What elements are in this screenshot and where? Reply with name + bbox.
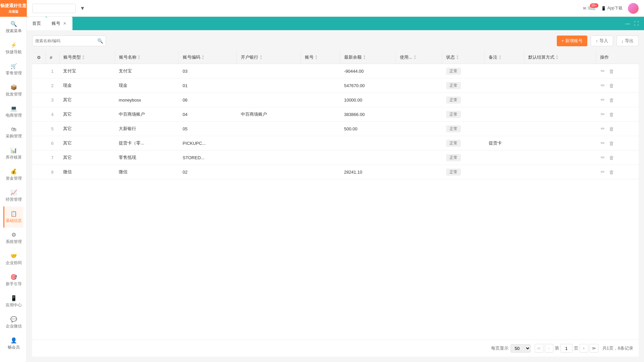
app-download-button[interactable]: 📱 App下载 [601,5,623,11]
last-page-button[interactable]: ≫ [590,344,598,353]
row-settlement-7 [524,165,596,179]
inventory-icon: 📊 [6,147,22,154]
th-type[interactable]: 账号类型▲▼ [59,51,115,64]
row-index-0: 1 [46,64,59,78]
sidebar-item-appcenter[interactable]: 📱 应用中心 [3,291,23,312]
th-balance[interactable]: 最新余额▲▼ [340,51,396,64]
th-remark[interactable]: 备注▲▼ [485,51,524,64]
th-bank[interactable]: 开户银行▲▼ [237,51,301,64]
sidebar-label-basic: 基础信息 [6,218,22,223]
row-actions-7: ✏ 🗑 [596,165,639,179]
app-download-label: App下载 [607,5,623,11]
operation-icon: 📈 [6,189,22,196]
edit-button-4[interactable]: ✏ [600,125,606,132]
delete-button-2[interactable]: 🗑 [608,97,615,104]
tab-minimize-button[interactable]: — [624,19,631,27]
sidebar-item-wholesale[interactable]: 📦 批发管理 [3,80,23,101]
sidebar-item-system[interactable]: ⚙ 系统管理 [3,228,23,249]
edit-button-3[interactable]: ✏ [600,111,606,118]
delete-button-0[interactable]: 🗑 [608,68,615,75]
tab-account[interactable]: 账号 ✕ [46,17,72,30]
row-type-5: 其它 [59,136,115,150]
search-wrap: 🔍 [32,36,106,46]
row-bank-0 [237,64,301,78]
delete-button-1[interactable]: 🗑 [608,82,615,89]
accounts-table: ⚙ # 账号类型▲▼ 账号名称▲▼ 账号编码▲▼ 开户银行▲▼ 账号▲▼ 最新余… [32,51,639,179]
th-name[interactable]: 账号名称▲▼ [115,51,179,64]
tab-controls: — ⛶ [624,19,644,27]
th-settings[interactable]: ⚙ [32,51,46,64]
header-left: ▼ [32,4,85,13]
next-page-button[interactable]: › [580,344,588,353]
agreement-icon: 🤝 [6,253,22,259]
top-search-input[interactable] [32,4,76,13]
tab-close-button[interactable]: ✕ [62,20,67,26]
capital-icon: 💰 [6,168,22,175]
page-size-select[interactable]: 50 20 100 [511,344,531,353]
prev-page-button[interactable]: ‹ [545,344,553,353]
row-remark-4 [485,122,524,136]
row-actions-6: ✏ 🗑 [596,150,639,165]
row-actions-1: ✏ 🗑 [596,78,639,93]
tab-account-label: 账号 [52,20,60,26]
edit-button-2[interactable]: ✏ [600,96,606,104]
sidebar-item-inventory[interactable]: 📊 库存核算 [3,143,23,164]
tab-bar: 首页 账号 ✕ — ⛶ [27,17,644,30]
sidebar-item-retail[interactable]: 🛒 零售管理 [3,59,23,80]
sidebar-item-search[interactable]: 🔍 搜索菜单 [3,17,23,38]
row-settings-1 [32,78,46,93]
th-code[interactable]: 账号编码▲▼ [179,51,237,64]
delete-button-4[interactable]: 🗑 [608,125,615,132]
row-code-2: 06 [179,93,237,107]
sidebar-item-basic[interactable]: 📋 基础信息 [3,206,23,228]
page-number-input[interactable] [560,344,573,353]
sidebar-item-capital[interactable]: 💰 资金管理 [3,164,23,185]
delete-button-7[interactable]: 🗑 [608,169,615,176]
edit-button-7[interactable]: ✏ [600,168,606,176]
tab-home[interactable]: 首页 [27,17,46,30]
export-button[interactable]: ↓ 导出 [616,36,639,46]
guide-icon: 🎯 [6,274,22,280]
th-account[interactable]: 账号▲▼ [301,51,340,64]
sidebar-item-wechat[interactable]: 💬 企业微信 [3,312,23,333]
th-settlement[interactable]: 默认结算方式▲▼ [524,51,596,64]
sidebar-item-purchase[interactable]: 🛍 采购管理 [3,122,23,143]
tab-maximize-button[interactable]: ⛶ [633,19,640,27]
th-status[interactable]: 状态▲▼ [442,51,485,64]
delete-button-5[interactable]: 🗑 [608,140,615,147]
import-button[interactable]: ↑ 导入 [591,36,613,46]
search-input[interactable] [35,39,97,43]
sidebar-item-guide[interactable]: 🎯 新手引导 [3,270,23,291]
page-nav: ≪ ‹ 第 页 › ≫ [535,344,598,353]
sidebar-item-operation[interactable]: 📈 经营管理 [3,185,23,206]
row-status-6: 正常 [442,150,485,165]
add-account-button[interactable]: + 新增账号 [557,36,587,46]
message-badge: 99+ [590,3,598,8]
sidebar-item-agreement[interactable]: 🤝 企业协同 [3,249,23,270]
edit-button-1[interactable]: ✏ [600,82,606,89]
message-button[interactable]: ✉ 消息 99+ [583,5,596,11]
first-page-button[interactable]: ≪ [535,344,543,353]
delete-button-3[interactable]: 🗑 [608,111,615,118]
user-avatar[interactable] [628,3,639,14]
row-settings-0 [32,64,46,78]
row-settings-2 [32,93,46,107]
table-row: 6 其它 提货卡（零... PICKUPC... 正常 提货卡 ✏ 🗑 [32,136,639,150]
row-bank-2 [237,93,301,107]
sidebar-item-ecommerce[interactable]: 💻 电商管理 [3,101,23,122]
sidebar-label-guide: 新手引导 [6,282,22,286]
row-code-7: 02 [179,165,237,179]
row-balance-0: -90444.00 [340,64,396,78]
edit-button-6[interactable]: ✏ [600,154,606,161]
dropdown-button[interactable]: ▼ [80,5,85,11]
row-balance-3: 383866.00 [340,107,396,122]
edit-button-0[interactable]: ✏ [600,67,606,75]
row-settlement-5 [524,136,596,150]
edit-button-5[interactable]: ✏ [600,139,606,147]
row-balance-4: 500.00 [340,122,396,136]
wholesale-icon: 📦 [6,84,22,90]
sidebar-item-quick[interactable]: ⚡ 快捷导航 [3,38,23,59]
th-usage[interactable]: 使用...▲▼ [396,51,442,64]
delete-button-6[interactable]: 🗑 [608,154,615,161]
sidebar-item-member[interactable]: 👤 畅会员 [3,333,23,354]
